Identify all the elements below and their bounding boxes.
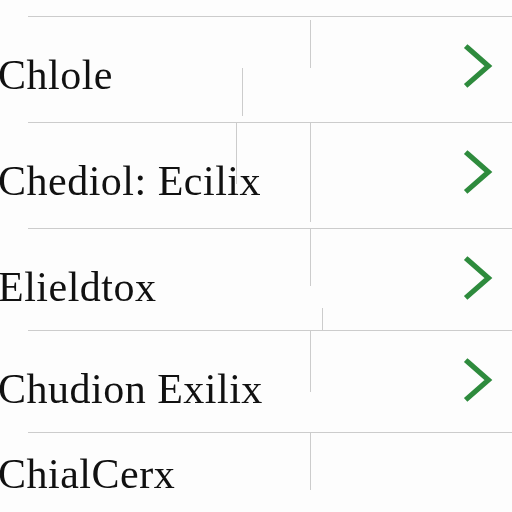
table-row[interactable]: Chudion Exilix (0, 330, 512, 430)
grid-border (310, 20, 311, 68)
grid-border (310, 432, 311, 490)
table-row[interactable]: Chlole (0, 16, 512, 116)
table-row[interactable]: ChialCerx (0, 432, 512, 512)
chevron-right-icon[interactable] (452, 146, 504, 202)
row-label: Chudion Exilix (0, 365, 263, 413)
spreadsheet-area: Chlole Chediol: Ecilix Elieldtox Chudion… (0, 0, 512, 512)
row-label: Chediol: Ecilix (0, 157, 261, 205)
grid-border (242, 68, 243, 116)
grid-border (310, 122, 311, 222)
row-label: Elieldtox (0, 263, 156, 311)
row-label: ChialCerx (0, 450, 175, 498)
grid-border (310, 330, 311, 392)
grid-border (28, 122, 512, 123)
row-label: Chlole (0, 51, 113, 99)
chevron-right-icon[interactable] (452, 40, 504, 96)
table-row[interactable]: Chediol: Ecilix (0, 122, 512, 222)
grid-border (28, 16, 512, 17)
chevron-right-icon[interactable] (452, 354, 504, 410)
grid-border (28, 330, 512, 331)
grid-border (28, 228, 512, 229)
grid-border (322, 308, 323, 330)
chevron-right-icon[interactable] (452, 252, 504, 308)
grid-border (310, 228, 311, 286)
grid-border (28, 432, 512, 433)
table-row[interactable]: Elieldtox (0, 228, 512, 328)
